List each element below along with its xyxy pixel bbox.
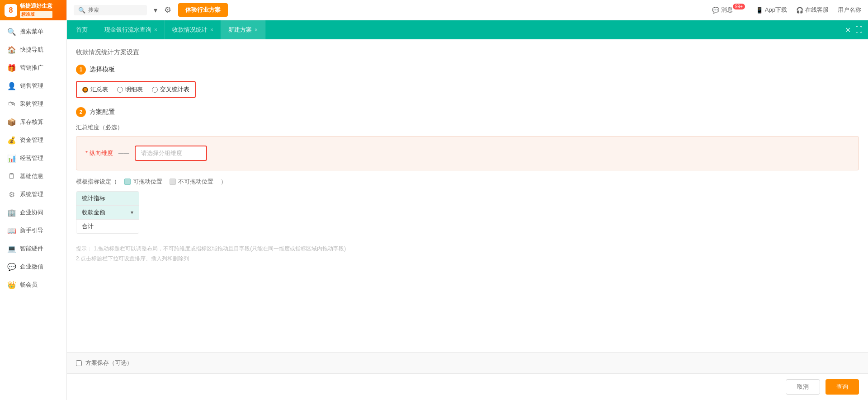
- top-header: 🔍 ▾ ⚙ 体验行业方案 💬 消息 99+ 📱 App下载 🎧 在线客服 用户名…: [67, 0, 868, 20]
- template-options: 汇总表 明细表 交叉统计表: [76, 81, 196, 98]
- section2-header: 2 方案配置: [76, 107, 859, 117]
- metrics-group-label: 统计指标: [82, 194, 105, 202]
- tab-new-plan-close-icon[interactable]: ×: [255, 27, 258, 33]
- operations-icon: 📊: [7, 154, 16, 163]
- non-draggable-legend: 不可拖动位置: [170, 178, 213, 186]
- sales-label: 销售管理: [20, 82, 43, 90]
- enterprise-label: 企业协同: [20, 208, 43, 216]
- sales-icon: 👤: [7, 81, 16, 90]
- header-right: 💬 消息 99+ 📱 App下载 🎧 在线客服 用户名称: [712, 6, 861, 14]
- draggable-legend: 可拖动位置: [124, 178, 162, 186]
- message-badge: 99+: [733, 4, 745, 9]
- dimension-selector[interactable]: 请选择分组维度: [135, 146, 207, 161]
- basic-info-label: 基础信息: [20, 172, 43, 180]
- dimension-section-label: 汇总维度（必选）: [76, 123, 859, 132]
- service-button[interactable]: 🎧 在线客服: [796, 6, 829, 14]
- sidebar-item-purchase[interactable]: 🛍 采购管理: [0, 95, 66, 113]
- metrics-header: 模板指标设定（ 可拖动位置 不可拖动位置 ）: [76, 178, 859, 186]
- tab-receipt-stat-close-icon[interactable]: ×: [210, 27, 213, 33]
- sidebar-item-member[interactable]: 👑 畅会员: [0, 276, 66, 294]
- sidebar-item-inventory[interactable]: 📦 库存核算: [0, 113, 66, 131]
- stats-item-label: 收款金额: [82, 208, 105, 216]
- sidebar-item-system[interactable]: ⚙ 系统管理: [0, 185, 66, 203]
- section2-number: 2: [76, 107, 86, 117]
- tip-line-2: 2.点击标题栏下拉可设置排序、插入列和删除列: [76, 254, 859, 264]
- section1-number: 1: [76, 65, 86, 75]
- radio-summary[interactable]: 汇总表: [82, 85, 108, 94]
- sidebar-item-search-menu[interactable]: 🔍 搜索菜单: [0, 23, 66, 41]
- sidebar-item-quick-nav[interactable]: 🏠 快捷导航: [0, 41, 66, 59]
- query-button[interactable]: 查询: [826, 379, 859, 395]
- section1-title: 选择模板: [90, 66, 115, 74]
- logo-text: 畅捷通好生意: [20, 2, 52, 10]
- section2-title: 方案配置: [90, 108, 115, 116]
- sidebar-item-hardware[interactable]: 💻 智能硬件: [0, 240, 66, 258]
- message-button[interactable]: 💬 消息 99+: [712, 6, 747, 14]
- sidebar-item-sales[interactable]: 👤 销售管理: [0, 77, 66, 95]
- content-inner: 收款情况统计方案设置 1 选择模板 汇总表 明细表: [67, 39, 868, 352]
- settings-gear-icon[interactable]: ⚙: [164, 5, 171, 15]
- non-draggable-label: 不可拖动位置: [178, 178, 213, 186]
- member-label: 畅会员: [20, 281, 38, 289]
- sidebar-item-basic-info[interactable]: 🗒 基础信息: [0, 167, 66, 185]
- sidebar-item-operations[interactable]: 📊 经营管理: [0, 149, 66, 167]
- wechat-label: 企业微信: [20, 263, 43, 271]
- tab-bank-flow-close-icon[interactable]: ×: [154, 27, 157, 33]
- operations-label: 经营管理: [20, 154, 43, 162]
- sidebar-nav: 🔍 搜索菜单 🏠 快捷导航 🎁 营销推广 👤 销售管理 🛍 采购管理 📦 库存核…: [0, 20, 66, 400]
- header-search-box[interactable]: 🔍: [74, 5, 147, 15]
- sidebar: 8 畅捷通好生意 标准版 🔍 搜索菜单 🏠 快捷导航 🎁 营销推广 👤 销售管理…: [0, 0, 67, 400]
- quick-nav-label: 快捷导航: [20, 46, 43, 54]
- content-area: 收款情况统计方案设置 1 选择模板 汇总表 明细表: [67, 39, 868, 373]
- purchase-label: 采购管理: [20, 100, 43, 108]
- wechat-icon: 💬: [7, 262, 16, 271]
- tab-close-icon[interactable]: ✕: [845, 26, 851, 34]
- dimension-row: * 纵向维度 —— 请选择分组维度: [85, 146, 849, 161]
- hardware-label: 智能硬件: [20, 245, 43, 253]
- app-download-button[interactable]: 📱 App下载: [756, 6, 787, 14]
- search-input[interactable]: [88, 7, 142, 13]
- logo-icon: 8: [5, 4, 17, 17]
- sidebar-item-enterprise[interactable]: 🏢 企业协同: [0, 203, 66, 221]
- cancel-button[interactable]: 取消: [786, 379, 820, 395]
- stats-dropdown-icon[interactable]: ▾: [131, 209, 133, 216]
- marketing-label: 营销推广: [20, 64, 43, 72]
- metrics-table: 统计指标 收款金额 ▾ 合计: [76, 191, 139, 234]
- metrics-table-header: 统计指标: [76, 192, 139, 206]
- tip-line-1: 提示： 1.拖动标题栏可以调整布局，不可跨维度或指标区域拖动且目字段(只能在同一…: [76, 244, 859, 254]
- sidebar-item-marketing[interactable]: 🎁 营销推广: [0, 59, 66, 77]
- radio-detail[interactable]: 明细表: [117, 85, 143, 94]
- guide-label: 新手引导: [20, 226, 43, 235]
- draggable-label: 可拖动位置: [133, 178, 162, 186]
- sidebar-logo: 8 畅捷通好生意 标准版: [0, 0, 66, 20]
- non-draggable-dot: [170, 179, 176, 185]
- purchase-icon: 🛍: [7, 99, 16, 108]
- tab-expand-icon[interactable]: ⛶: [855, 26, 863, 34]
- section1-header: 1 选择模板: [76, 65, 859, 75]
- dropdown-icon[interactable]: ▾: [154, 6, 157, 14]
- search-menu-label: 搜索菜单: [20, 28, 43, 36]
- service-icon: 🎧: [796, 7, 803, 14]
- tab-home[interactable]: 首页: [67, 20, 97, 39]
- save-section: 方案保存（可选）: [67, 352, 868, 373]
- section-template: 1 选择模板 汇总表 明细表 交叉统计表: [76, 65, 859, 98]
- tab-receipt-stat[interactable]: 收款情况统计 ×: [165, 20, 221, 39]
- user-name[interactable]: 用户名称: [838, 6, 861, 14]
- trial-button[interactable]: 体验行业方案: [178, 3, 228, 17]
- section-config: 2 方案配置 汇总维度（必选） * 纵向维度 —— 请选择分组维度 模板指标设定…: [76, 107, 859, 264]
- inventory-label: 库存核算: [20, 118, 43, 126]
- radio-cross[interactable]: 交叉统计表: [152, 85, 189, 94]
- sidebar-item-funds[interactable]: 💰 资金管理: [0, 131, 66, 149]
- save-checkbox[interactable]: [76, 360, 82, 366]
- sidebar-item-wechat[interactable]: 💬 企业微信: [0, 258, 66, 276]
- metrics-label: 模板指标设定（: [76, 178, 117, 186]
- bottom-action-bar: 取消 查询: [67, 373, 868, 400]
- metrics-stats-row[interactable]: 收款金额 ▾: [76, 206, 139, 220]
- vertical-dimension-label: * 纵向维度: [85, 149, 113, 157]
- sidebar-item-guide[interactable]: 📖 新手引导: [0, 221, 66, 240]
- marketing-icon: 🎁: [7, 63, 16, 72]
- tab-bank-flow[interactable]: 现金银行流水查询 ×: [97, 20, 165, 39]
- version-badge: 标准版: [20, 11, 52, 18]
- tab-new-plan[interactable]: 新建方案 ×: [221, 20, 265, 39]
- tab-bar: 首页 现金银行流水查询 × 收款情况统计 × 新建方案 × ✕ ⛶: [67, 20, 868, 39]
